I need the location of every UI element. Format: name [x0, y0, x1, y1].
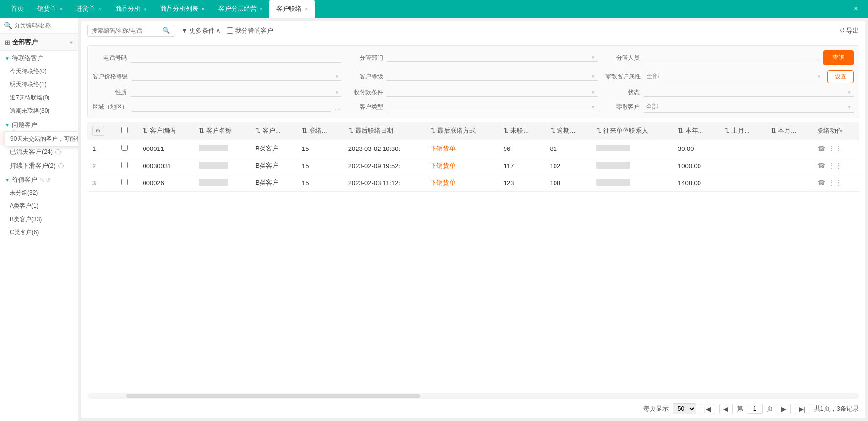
row-checkbox-0[interactable]: [121, 145, 128, 151]
sidebar-all-customers[interactable]: ⊞ 全部客户 «: [0, 34, 78, 51]
first-page-button[interactable]: |◀: [700, 404, 715, 414]
page-size-select[interactable]: 50: [673, 403, 696, 414]
th-overdue: ⇅ 逾期...: [545, 122, 592, 140]
cell-this-month: [766, 174, 813, 192]
filter-region-input[interactable]: [132, 102, 330, 112]
sidebar-item-class-a[interactable]: A类客户(1): [0, 199, 78, 213]
more-filters-button[interactable]: ▼ 更多条件 ∧: [181, 26, 221, 35]
total-records-label: 共1页，3条记录: [814, 404, 859, 413]
sidebar-item-lost-customers[interactable]: 已流失客户(24) ⓘ: [0, 145, 78, 159]
next-page-button[interactable]: ▶: [777, 404, 791, 414]
row-checkbox-2[interactable]: [121, 179, 128, 185]
close-product-analysis-icon[interactable]: ×: [144, 6, 146, 12]
nav-product-analysis[interactable]: 商品分析 ×: [108, 0, 153, 18]
scroll-thumb[interactable]: [126, 394, 420, 398]
filter-nature-select[interactable]: ▼: [131, 89, 341, 97]
top-close-icon[interactable]: ×: [848, 4, 864, 13]
refresh-icon-btn[interactable]: ↺: [840, 27, 845, 34]
last-method-link-0[interactable]: 下销货单: [430, 145, 456, 152]
sidebar-item-declining-customers[interactable]: 持续下滑客户(2) ⓘ: [0, 159, 78, 173]
close-customer-contact-icon[interactable]: ×: [305, 6, 308, 12]
filter-price-level-select[interactable]: ▼: [132, 73, 341, 81]
chevron-up-icon: ∧: [216, 27, 221, 34]
sidebar-item-week-contact[interactable]: 近7天待联络(0): [0, 91, 78, 104]
nav-sales[interactable]: 销货单 ×: [30, 0, 69, 18]
sidebar-item-overdue-contact[interactable]: 逾期未联络(30): [0, 104, 78, 118]
edit-icon[interactable]: ✎: [39, 176, 45, 184]
sidebar-item-tomorrow-contact[interactable]: 明天待联络(1): [0, 78, 78, 91]
sidebar-group-value-label: 价值客户: [12, 175, 37, 184]
action-more-icon-2[interactable]: ⋮⋮: [828, 179, 842, 187]
filter-retail-attr-select[interactable]: 全部 ▼: [645, 71, 823, 82]
chevron-down-icon-4: ▼: [817, 74, 821, 79]
sidebar-item-today-contact[interactable]: 今天待联络(0): [0, 65, 78, 78]
filter-phone-label: 电话号码: [93, 54, 127, 62]
row-checkbox-1[interactable]: [121, 162, 128, 168]
table-settings-button[interactable]: ⚙: [92, 126, 104, 136]
action-contact-icon-1[interactable]: ☎: [817, 162, 825, 170]
sidebar-group-pending-label: 待联络客户: [12, 54, 44, 63]
filter-status-label: 状态: [605, 88, 640, 97]
filter-phone-input[interactable]: [131, 53, 341, 63]
nav-purchase[interactable]: 进货单 ×: [69, 0, 108, 18]
action-contact-icon-0[interactable]: ☎: [817, 145, 825, 152]
filter-region-dots[interactable]: …: [334, 103, 341, 111]
sidebar-group-pending[interactable]: ▼ 待联络客户: [0, 51, 78, 65]
close-purchase-icon[interactable]: ×: [98, 6, 101, 12]
sidebar-item-class-c[interactable]: C类客户(6): [0, 226, 78, 239]
nav-customer-contact[interactable]: 客户联络 ×: [269, 0, 314, 18]
filter-region: 区域（地区） …: [93, 101, 341, 113]
cell-action: ☎ ⋮⋮: [812, 157, 859, 174]
sort-icon-method: ⇅: [430, 127, 435, 134]
horizontal-scrollbar[interactable]: [87, 393, 859, 399]
action-more-icon-0[interactable]: ⋮⋮: [828, 145, 842, 152]
filter-price-level-label: 客户价格等级: [93, 73, 128, 81]
query-button[interactable]: 查询: [823, 50, 854, 65]
filter-person-dots[interactable]: …: [813, 54, 820, 62]
my-customers-check[interactable]: [227, 27, 233, 34]
export-button[interactable]: ↺ 导出: [840, 26, 859, 35]
sort-icon-code: ⇅: [143, 127, 148, 134]
filter-customer-grade-label: 客户等级: [349, 73, 383, 81]
cell-last-date: 2023-03-02 10:30:: [343, 140, 425, 157]
select-all-checkbox[interactable]: [121, 127, 128, 133]
my-customers-checkbox[interactable]: 我分管的客户: [227, 26, 273, 35]
filter-customer-grade-select[interactable]: ▼: [387, 73, 597, 81]
filter-status-select[interactable]: ▼: [644, 89, 854, 97]
filter-dept-select[interactable]: ▼: [387, 54, 597, 62]
sidebar-item-ungrouped[interactable]: 未分组(32): [0, 186, 78, 199]
refresh-icon[interactable]: ↺: [46, 176, 51, 184]
close-product-list-icon[interactable]: ×: [201, 6, 204, 12]
sidebar-group-value[interactable]: ▼ 价值客户 ✎ ↺: [0, 173, 78, 186]
th-code: ⇅ 客户编码: [138, 122, 194, 140]
th-uncontacted: ⇅ 未联...: [499, 122, 545, 140]
cell-overdue: 81: [545, 140, 592, 157]
last-method-link-2[interactable]: 下销货单: [430, 179, 456, 186]
filter-payment-select[interactable]: ▼: [387, 89, 597, 97]
nav-product-list[interactable]: 商品分析列表 ×: [153, 0, 211, 18]
sort-icon-uncontacted: ⇅: [504, 127, 509, 134]
cell-this-month: [766, 140, 813, 157]
filter-retail-customer-select[interactable]: 全部 ▼: [644, 101, 854, 113]
search-input[interactable]: [92, 27, 160, 34]
last-page-button[interactable]: ▶|: [795, 404, 810, 414]
close-customer-segment-icon[interactable]: ×: [260, 6, 263, 12]
nav-home[interactable]: 首页: [4, 0, 30, 18]
sidebar-search-input[interactable]: [14, 22, 78, 29]
action-contact-icon-2[interactable]: ☎: [817, 179, 825, 187]
chevron-down-icon-7: ▼: [847, 90, 852, 95]
last-method-link-1[interactable]: 下销货单: [430, 162, 456, 169]
action-more-icon-1[interactable]: ⋮⋮: [828, 162, 842, 170]
chevron-down-icon-3: ▼: [591, 74, 596, 79]
filter-person-label: 分管人员: [605, 54, 640, 62]
settings-button[interactable]: 设置: [827, 70, 854, 83]
filter-customer-type-select[interactable]: ▼: [387, 103, 597, 111]
prev-page-button[interactable]: ◀: [719, 404, 733, 414]
nav-customer-segment[interactable]: 客户分层经营 ×: [212, 0, 269, 18]
search-button-icon[interactable]: 🔍: [162, 27, 170, 34]
sidebar-item-class-b[interactable]: B类客户(33): [0, 213, 78, 226]
page-number-input[interactable]: 1: [747, 404, 763, 414]
filter-bar: 🔍 ▼ 更多条件 ∧ 我分管的客户 ↺ 导出: [81, 21, 865, 41]
close-sales-icon[interactable]: ×: [59, 6, 62, 12]
filter-person-select[interactable]: [644, 57, 809, 59]
